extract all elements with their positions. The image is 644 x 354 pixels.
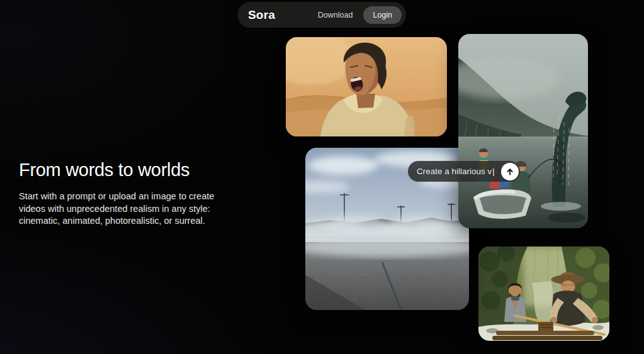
- family-fishing-beside-lake-monster-video: [458, 34, 588, 228]
- adventurers-rafting-jungle-river-video: [478, 246, 609, 341]
- video-thumbnail-jungle-raft: [478, 246, 609, 341]
- sora-landing-page: Sora Download Login From words to worlds…: [0, 0, 644, 354]
- man-shouting-in-desert-video: [286, 37, 447, 136]
- hero-description: Start with a prompt or upload an image t…: [19, 191, 246, 228]
- download-link[interactable]: Download: [318, 11, 353, 19]
- hero-text-block: From words to worlds Start with a prompt…: [19, 158, 246, 228]
- prompt-input[interactable]: Create a hillarious v |: [408, 161, 520, 182]
- page-title: From words to worlds: [19, 158, 246, 181]
- hero-description-line: cinematic, animated, photorealistic, or …: [19, 215, 246, 228]
- sora-logo[interactable]: Sora: [248, 8, 275, 22]
- login-button[interactable]: Login: [363, 6, 402, 24]
- top-navbar: Sora Download Login: [237, 2, 406, 28]
- text-cursor: |: [492, 167, 495, 176]
- video-thumbnail-desert-scream: [286, 37, 447, 136]
- nav-actions: Download Login: [318, 6, 406, 24]
- video-thumbnail-lake-monster: [458, 34, 588, 228]
- prompt-text: Create a hillarious v: [417, 167, 492, 176]
- arrow-up-icon: [505, 167, 515, 177]
- hero-description-line: videos with unprecedented realism in any…: [19, 203, 246, 216]
- hero-description-line: Start with a prompt or upload an image t…: [19, 191, 246, 203]
- submit-prompt-button[interactable]: [501, 163, 519, 180]
